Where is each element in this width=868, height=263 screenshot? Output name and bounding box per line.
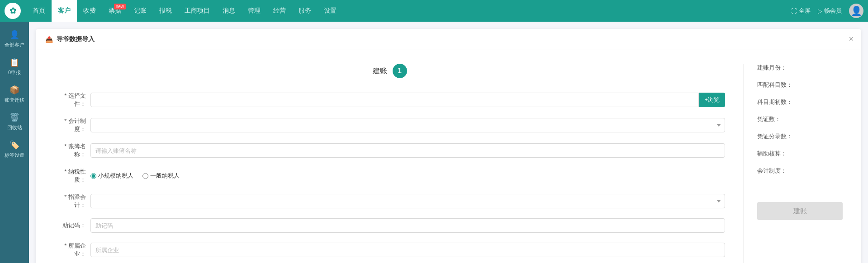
dialog-title: 📤 导爷数据导入 xyxy=(36,29,861,50)
info-match-label: 匹配科目数： xyxy=(757,81,798,89)
sidebar-label-回收站: 回收站 xyxy=(7,124,22,131)
sidebar-label-标签设置: 标签设置 xyxy=(5,152,24,159)
file-row: +浏览 xyxy=(90,93,725,107)
logo-icon: ✿ xyxy=(9,6,16,16)
sidebar-label-账套迁移: 账套迁移 xyxy=(5,97,24,103)
info-initial-row: 科目期初数： xyxy=(757,98,843,106)
vip-label: 畅会员 xyxy=(824,7,842,15)
sidebar-icon-全部客户: 👤 xyxy=(9,30,19,40)
build-account-button[interactable]: 建账 xyxy=(757,202,843,220)
ledger-name-row: * 账簿名称： xyxy=(54,142,725,159)
accountant-label: * 指派会计： xyxy=(54,193,90,209)
sidebar-icon-标签设置: 🏷️ xyxy=(9,140,19,150)
sidebar-icon-回收站: 🗑️ xyxy=(9,113,19,122)
tax-type-row: * 纳税性质： 小规模纳税人 一般纳税人 xyxy=(54,168,725,184)
browse-button[interactable]: +浏览 xyxy=(699,93,725,107)
nav-item-首页[interactable]: 首页 xyxy=(26,0,52,22)
dialog: 📤 导爷数据导入 × 建账 1 * 选择文件： +浏览 xyxy=(36,29,861,263)
vip-icon: ▷ xyxy=(818,8,822,14)
nav-item-消息[interactable]: 消息 xyxy=(216,0,242,22)
info-aux-label: 辅助核算： xyxy=(757,150,798,158)
accountant-select[interactable] xyxy=(90,194,725,208)
info-month-label: 建账月份： xyxy=(757,64,798,72)
company-input[interactable] xyxy=(90,243,725,257)
sidebar-item-全部客户[interactable]: 👤全部客户 xyxy=(2,26,27,52)
nav-item-设置[interactable]: 设置 xyxy=(318,0,343,22)
memo-input[interactable] xyxy=(90,218,725,233)
avatar-icon: 👤 xyxy=(851,5,862,16)
step-label: 建账 xyxy=(373,66,387,76)
logo[interactable]: ✿ xyxy=(5,3,21,19)
nav-items: 首页客户收费票据new记账报税工商项目消息管理经营服务设置 xyxy=(26,0,791,22)
nav-badge-票据: new xyxy=(114,4,126,9)
avatar[interactable]: 👤 xyxy=(849,4,863,18)
sidebar: 👤全部客户📋0申报📦账套迁移🗑️回收站🏷️标签设置 xyxy=(0,22,29,263)
dialog-title-icon: 📤 xyxy=(45,36,53,43)
nav-item-经营[interactable]: 经营 xyxy=(267,0,292,22)
sidebar-item-0申报[interactable]: 📋0申报 xyxy=(2,54,27,80)
main-content: 📤 导爷数据导入 × 建账 1 * 选择文件： +浏览 xyxy=(29,22,868,263)
info-voucher-entries-row: 凭证分录数： xyxy=(757,132,843,141)
info-accounting-system-row: 会计制度： xyxy=(757,167,843,175)
sidebar-label-全部客户: 全部客户 xyxy=(5,42,24,48)
tax-general-label: 一般纳税人 xyxy=(150,172,180,180)
accounting-system-row: * 会计制度： xyxy=(54,117,725,133)
vip-button[interactable]: ▷ 畅会员 xyxy=(818,7,842,15)
info-voucher-entries-label: 凭证分录数： xyxy=(757,132,798,141)
info-month-row: 建账月份： xyxy=(757,64,843,72)
step-circle: 1 xyxy=(393,64,407,78)
dialog-body: 建账 1 * 选择文件： +浏览 * 会计制度： xyxy=(36,50,861,263)
tax-small-option[interactable]: 小规模纳税人 xyxy=(90,172,133,180)
sidebar-item-标签设置[interactable]: 🏷️标签设置 xyxy=(2,136,27,162)
nav-item-记账[interactable]: 记账 xyxy=(128,0,153,22)
info-vouchers-label: 凭证数： xyxy=(757,115,798,123)
accounting-system-select[interactable] xyxy=(90,118,725,132)
company-row: * 所属企业： xyxy=(54,242,725,258)
top-nav: ✿ 首页客户收费票据new记账报税工商项目消息管理经营服务设置 ⛶ 全屏 ▷ 畅… xyxy=(0,0,868,22)
nav-item-管理[interactable]: 管理 xyxy=(242,0,267,22)
nav-item-报税[interactable]: 报税 xyxy=(153,0,178,22)
info-vouchers-row: 凭证数： xyxy=(757,115,843,123)
info-initial-label: 科目期初数： xyxy=(757,98,798,106)
info-section: 建账月份： 匹配科目数： 科目期初数： 凭证数： xyxy=(743,64,843,263)
tax-small-label: 小规模纳税人 xyxy=(98,172,133,180)
nav-item-客户[interactable]: 客户 xyxy=(52,0,77,22)
tax-general-option[interactable]: 一般纳税人 xyxy=(142,172,180,180)
sidebar-item-回收站[interactable]: 🗑️回收站 xyxy=(2,109,27,135)
sidebar-icon-0申报: 📋 xyxy=(9,57,19,67)
company-label: * 所属企业： xyxy=(54,242,90,258)
ledger-name-label: * 账簿名称： xyxy=(54,142,90,159)
accounting-system-label: * 会计制度： xyxy=(54,117,90,133)
nav-right: ⛶ 全屏 ▷ 畅会员 👤 xyxy=(791,4,863,18)
nav-item-收费[interactable]: 收费 xyxy=(77,0,102,22)
ledger-name-input[interactable] xyxy=(90,143,725,158)
file-select-row: * 选择文件： +浏览 xyxy=(54,92,725,108)
nav-item-工商项目[interactable]: 工商项目 xyxy=(178,0,216,22)
fullscreen-label: 全屏 xyxy=(799,7,811,15)
tax-small-radio[interactable] xyxy=(90,173,96,179)
dialog-close-button[interactable]: × xyxy=(849,34,854,44)
tax-type-radio-group: 小规模纳税人 一般纳税人 xyxy=(90,172,725,180)
accountant-row: * 指派会计： xyxy=(54,193,725,209)
info-accounting-system-label: 会计制度： xyxy=(757,167,798,175)
tax-general-radio[interactable] xyxy=(142,173,148,179)
tax-type-label: * 纳税性质： xyxy=(54,168,90,184)
form-section: 建账 1 * 选择文件： +浏览 * 会计制度： xyxy=(54,64,743,263)
file-input[interactable] xyxy=(90,93,699,107)
nav-item-服务[interactable]: 服务 xyxy=(292,0,318,22)
sidebar-label-0申报: 0申报 xyxy=(8,69,21,76)
step-header: 建账 1 xyxy=(54,64,725,78)
sidebar-icon-账套迁移: 📦 xyxy=(9,85,19,95)
memo-label: 助记码： xyxy=(54,221,90,230)
fullscreen-icon: ⛶ xyxy=(791,8,797,14)
info-match-row: 匹配科目数： xyxy=(757,81,843,89)
memo-row: 助记码： xyxy=(54,218,725,233)
info-aux-row: 辅助核算： xyxy=(757,150,843,158)
sidebar-item-账套迁移[interactable]: 📦账套迁移 xyxy=(2,81,27,107)
nav-item-票据[interactable]: 票据new xyxy=(102,0,128,22)
fullscreen-button[interactable]: ⛶ 全屏 xyxy=(791,7,811,15)
dialog-title-text: 导爷数据导入 xyxy=(57,35,95,43)
file-label: * 选择文件： xyxy=(54,92,90,108)
